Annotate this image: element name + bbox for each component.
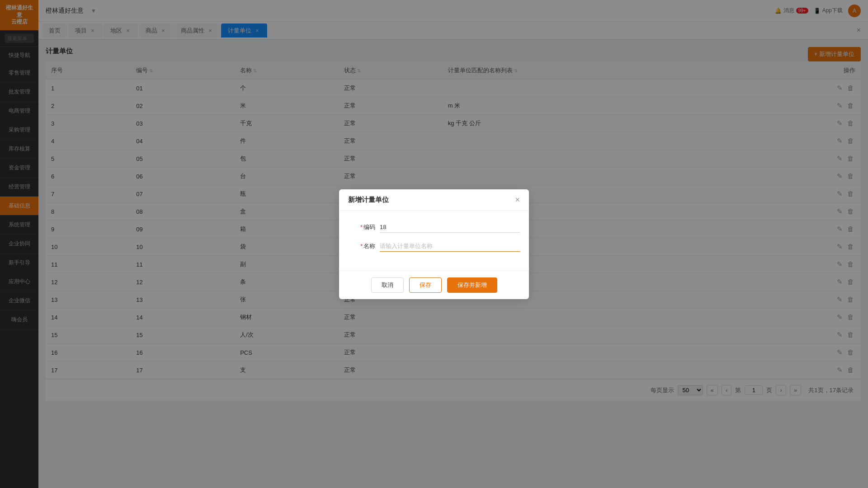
name-label: *名称 xyxy=(348,242,375,250)
required-star-name: * xyxy=(360,243,363,249)
form-row-name: *名称 xyxy=(348,241,520,252)
code-input[interactable] xyxy=(380,222,520,233)
save-and-new-button[interactable]: 保存并新增 xyxy=(447,277,497,293)
cancel-button[interactable]: 取消 xyxy=(371,277,404,293)
required-star-code: * xyxy=(360,224,363,230)
modal-overlay[interactable]: 新增计量单位 × *编码 *名称 取消 保存 保存并新增 xyxy=(0,0,868,488)
code-label: *编码 xyxy=(348,223,375,231)
save-button[interactable]: 保存 xyxy=(409,277,442,293)
name-input[interactable] xyxy=(380,241,520,252)
form-row-code: *编码 xyxy=(348,222,520,233)
modal-close-button[interactable]: × xyxy=(515,196,520,204)
modal-footer: 取消 保存 保存并新增 xyxy=(339,271,529,299)
modal-header: 新增计量单位 × xyxy=(339,189,529,211)
modal-title: 新增计量单位 xyxy=(348,196,389,204)
modal-body: *编码 *名称 xyxy=(339,211,529,271)
add-unit-modal: 新增计量单位 × *编码 *名称 取消 保存 保存并新增 xyxy=(339,189,529,299)
